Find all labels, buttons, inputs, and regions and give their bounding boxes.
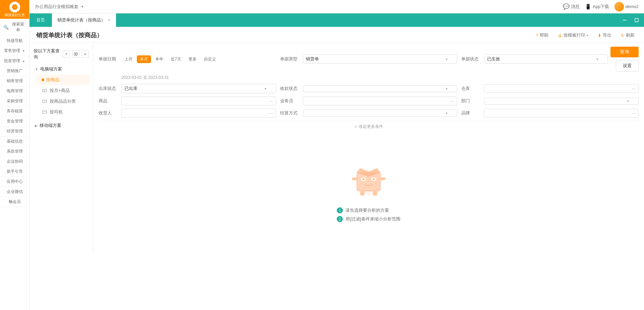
tree-mobile: ▶ 移动端方案 [30, 119, 93, 132]
nav-ecommerce[interactable]: 电商管理 [0, 86, 29, 96]
refresh-label: 刷新 [626, 32, 635, 38]
tree-mobile-label: 移动端方案 [40, 122, 61, 128]
date-tab-7days[interactable]: 近7天 [168, 55, 184, 63]
query-btn[interactable]: 查询 [610, 47, 639, 57]
receiver-dots-icon[interactable]: ··· [269, 110, 273, 116]
filter-product-input[interactable]: ··· [121, 97, 276, 105]
collapse-btn-label: ∧ 收起更多条件 [354, 124, 383, 129]
tree-desktop-parent[interactable]: ▼ 电脑端方案 [30, 64, 93, 74]
filter-receiptstatus-label: 收款状态 [280, 86, 300, 92]
nav-guide[interactable]: 新手引导 [0, 167, 29, 177]
nav-finance[interactable]: 资金管理 [0, 116, 29, 126]
nav-enterprise[interactable]: 企业协同 [0, 157, 29, 167]
nav-app-center[interactable]: 应用中心 [0, 177, 29, 187]
nav-operation[interactable]: 经营管理 [0, 126, 29, 137]
app-download-label: App下载 [593, 4, 609, 10]
tip-text-2: 用[过滤]条件来缩小分析范围 [345, 216, 400, 222]
settings-btn[interactable]: 设置 [616, 60, 639, 71]
username: demo2 [625, 4, 639, 9]
date-tab-custom[interactable]: 自定义 [201, 55, 219, 63]
filter-outstatus-cell: 出库状态 已出库 ▾ [99, 84, 276, 93]
nav-purchase[interactable]: 采购管理 [0, 96, 29, 106]
date-tab-current-year[interactable]: 本年 [152, 55, 166, 63]
help-icon: ? [536, 33, 538, 38]
page-content: 销货单统计表（按商品） ? 帮助 🖨 按模板打印 ▾ ⬇ 导出 [30, 27, 644, 310]
print-btn[interactable]: 🖨 按模板打印 ▾ [555, 31, 591, 40]
empty-robot-illustration [348, 159, 389, 199]
nav-wholesale[interactable]: 批发管理 ▲ [0, 56, 29, 66]
filter-receiptstatus-select[interactable]: ▾ [303, 85, 458, 92]
tree-desktop: ▼ 电脑端方案 按商品 [30, 63, 93, 119]
filter-receiver-input[interactable]: ··· [121, 109, 276, 117]
filter-receiptstatus-cell: 收款状态 ▾ [280, 85, 458, 92]
filter-receiver-label: 收货人 [99, 110, 119, 116]
svg-rect-16 [363, 178, 365, 180]
nav-basic[interactable]: 基础信息 [0, 137, 29, 147]
filter-doctype-select[interactable]: 销货单 ▾ [303, 54, 458, 64]
date-tab-current-month[interactable]: 本月 [137, 55, 151, 63]
filter-outstatus-select[interactable]: 已出库 ▾ [121, 84, 276, 93]
date-range-display: 2023-03-01 至 2023-03-31 [121, 75, 639, 81]
tree-item-label-3: 按司机 [50, 109, 63, 115]
nav-inventory[interactable]: 库存核算 [0, 106, 29, 116]
tab-minimize-btn[interactable] [620, 15, 629, 25]
help-btn[interactable]: ? 帮助 [533, 31, 551, 40]
nav-quick[interactable]: 快捷导航 [0, 36, 29, 46]
panel-header: 按以下方案查询 + « [30, 45, 93, 63]
warehouse-dots-icon[interactable]: ··· [632, 86, 636, 91]
filter-salesperson-label: 业务员 [280, 98, 300, 104]
filter-docstatus-select[interactable]: 已生效 ▾ [484, 54, 608, 64]
tree-arrow-desktop: ▼ [35, 67, 38, 71]
panel-edit-btn[interactable] [72, 50, 79, 58]
page-inner: 销货单统计表（按商品） ? 帮助 🖨 按模板打印 ▾ ⬇ 导出 [30, 27, 644, 310]
receiptstatus-dropdown-icon: ▾ [446, 87, 447, 91]
export-btn[interactable]: ⬇ 导出 [595, 31, 614, 40]
message-btn[interactable]: 💬 消息 [563, 3, 580, 10]
salesperson-dots-icon[interactable]: ··· [450, 98, 454, 104]
nav-wechat[interactable]: 企业微信 [0, 187, 29, 197]
header-right: 💬 消息 📱 App下载 demo2 [563, 2, 639, 11]
filter-date-label: 单据日期 [99, 56, 119, 62]
nav-retail[interactable]: 零售管理 ▼ [0, 46, 29, 56]
svg-rect-21 [373, 190, 377, 196]
filter-salesperson-input[interactable]: ··· [303, 97, 458, 105]
date-tab-more[interactable]: 更多 [185, 55, 200, 63]
nav-member[interactable]: 畅会员 [0, 197, 29, 207]
page-title: 销货单统计表（按商品） [36, 31, 103, 39]
app-download-icon: 📱 [585, 4, 591, 10]
content-layout: 按以下方案查询 + « ▼ 电脑端方案 [30, 43, 644, 253]
filter-brand-input[interactable]: ··· [484, 109, 639, 117]
collapse-more-btn[interactable]: ∧ 收起更多条件 [99, 121, 639, 132]
nav-sales[interactable]: 销售管理 [0, 76, 29, 86]
date-tab-last-month[interactable]: 上月 [121, 55, 136, 63]
industry-dropdown[interactable]: ▾ [81, 4, 84, 9]
filter-department-select[interactable]: ▾ [484, 98, 639, 105]
tree-item-3[interactable]: 按司机 [36, 107, 90, 117]
search-menu-btn[interactable]: 🔍 搜索菜单 [0, 19, 29, 36]
tab-close-btn[interactable]: × [108, 18, 110, 22]
tree-item-0[interactable]: 按商品 [36, 75, 90, 85]
tab-current[interactable]: 销货单统计表（按商品） × [52, 13, 116, 27]
search-menu-label: 搜索菜单 [10, 21, 26, 33]
tree-item-2[interactable]: 按商品品分类 [36, 96, 90, 106]
panel-add-btn[interactable]: + [63, 50, 70, 58]
user-profile[interactable]: demo2 [614, 2, 639, 11]
empty-tips: 1 请先选择要分析的方案 2 用[过滤]条件来缩小分析范围 [337, 207, 400, 222]
app-download-btn[interactable]: 📱 App下载 [585, 4, 609, 10]
tab-maximize-btn[interactable] [632, 15, 641, 25]
filter-warehouse-input[interactable]: ··· [484, 84, 639, 93]
panel-collapse-btn[interactable]: « [82, 50, 89, 58]
filter-payment-select[interactable]: ▾ [303, 110, 458, 117]
tree-item-1[interactable]: 按月+商品 [36, 86, 90, 96]
print-icon: 🖨 [558, 33, 562, 38]
app-logo: 畅捷通好生意 [0, 0, 29, 19]
product-dots-icon[interactable]: ··· [269, 98, 273, 104]
page-actions: ? 帮助 🖨 按模板打印 ▾ ⬇ 导出 ↻ 刷新 [533, 31, 637, 40]
tree-mobile-parent[interactable]: ▶ 移动端方案 [30, 120, 93, 131]
brand-dots-icon[interactable]: ··· [632, 110, 636, 116]
nav-system[interactable]: 系统管理 [0, 147, 29, 157]
nav-marketing[interactable]: 营销推广 [0, 66, 29, 76]
tab-home[interactable]: 首页 [30, 13, 52, 27]
refresh-btn[interactable]: ↻ 刷新 [618, 31, 637, 40]
tree-children: 按商品 按月+商品 [30, 75, 93, 117]
